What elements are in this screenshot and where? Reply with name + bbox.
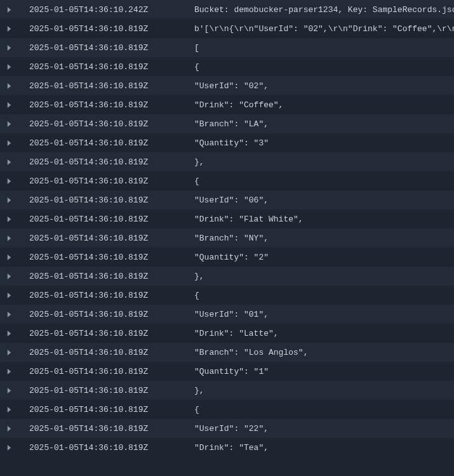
log-row[interactable]: 2025-01-05T14:36:10.819Z"Drink": "Coffee…: [0, 95, 454, 114]
log-message: "Branch": "NY",: [194, 234, 269, 243]
log-timestamp: 2025-01-05T14:36:10.242Z: [29, 5, 194, 15]
log-row[interactable]: 2025-01-05T14:36:10.819Z"UserId": "01",: [0, 305, 454, 324]
log-message: {: [194, 176, 199, 186]
log-row[interactable]: 2025-01-05T14:36:10.819Z"Drink": "Latte"…: [0, 324, 454, 343]
log-row[interactable]: 2025-01-05T14:36:10.819Z"Quantity": "1": [0, 362, 454, 381]
log-message: "Quantity": "3": [194, 138, 269, 148]
log-message: },: [194, 386, 204, 395]
chevron-right-icon[interactable]: [4, 62, 14, 72]
log-row[interactable]: 2025-01-05T14:36:10.819Z},: [0, 267, 454, 286]
log-message: "UserId": "22",: [194, 424, 269, 433]
chevron-right-icon[interactable]: [4, 43, 14, 53]
chevron-right-icon[interactable]: [4, 157, 14, 167]
chevron-right-icon[interactable]: [4, 271, 14, 281]
log-message: "Branch": "LA",: [194, 119, 269, 129]
chevron-right-icon[interactable]: [4, 100, 14, 110]
log-timestamp: 2025-01-05T14:36:10.819Z: [29, 367, 194, 376]
chevron-right-icon[interactable]: [4, 309, 14, 319]
log-timestamp: 2025-01-05T14:36:10.819Z: [29, 176, 194, 186]
log-message: b'[\r\n{\r\n"UserId": "02",\r\n"Drink": …: [194, 24, 454, 34]
log-message: "Branch": "Los Anglos",: [194, 348, 308, 357]
chevron-right-icon[interactable]: [4, 328, 14, 338]
chevron-right-icon[interactable]: [4, 423, 14, 433]
chevron-right-icon[interactable]: [4, 81, 14, 91]
log-timestamp: 2025-01-05T14:36:10.819Z: [29, 215, 194, 224]
log-timestamp: 2025-01-05T14:36:10.819Z: [29, 443, 194, 453]
chevron-right-icon[interactable]: [4, 404, 14, 414]
log-message: [: [194, 43, 199, 53]
log-row[interactable]: 2025-01-05T14:36:10.819Z},: [0, 152, 454, 171]
log-message: "UserId": "06",: [194, 195, 269, 205]
log-message: {: [194, 62, 199, 72]
chevron-right-icon[interactable]: [4, 290, 14, 300]
log-row[interactable]: 2025-01-05T14:36:10.819Z{: [0, 286, 454, 305]
log-container: 2025-01-05T14:36:10.242ZBucket: demobuck…: [0, 0, 454, 457]
log-timestamp: 2025-01-05T14:36:10.819Z: [29, 43, 194, 53]
log-message: "Drink": "Coffee",: [194, 100, 283, 110]
log-message: "Quantity": "2": [194, 253, 269, 262]
log-timestamp: 2025-01-05T14:36:10.819Z: [29, 62, 194, 72]
log-timestamp: 2025-01-05T14:36:10.819Z: [29, 291, 194, 300]
log-message: },: [194, 157, 204, 167]
log-row[interactable]: 2025-01-05T14:36:10.819Z"Drink": "Tea",: [0, 438, 454, 457]
log-row[interactable]: 2025-01-05T14:36:10.819Z[: [0, 38, 454, 57]
chevron-right-icon[interactable]: [4, 366, 14, 376]
chevron-right-icon[interactable]: [4, 176, 14, 186]
chevron-right-icon[interactable]: [4, 214, 14, 224]
log-timestamp: 2025-01-05T14:36:10.819Z: [29, 100, 194, 110]
log-timestamp: 2025-01-05T14:36:10.819Z: [29, 348, 194, 357]
log-row[interactable]: 2025-01-05T14:36:10.819Z{: [0, 400, 454, 419]
log-row[interactable]: 2025-01-05T14:36:10.819Z"UserId": "02",: [0, 76, 454, 95]
log-timestamp: 2025-01-05T14:36:10.819Z: [29, 138, 194, 148]
chevron-right-icon[interactable]: [4, 195, 14, 205]
log-timestamp: 2025-01-05T14:36:10.819Z: [29, 157, 194, 167]
log-row[interactable]: 2025-01-05T14:36:10.819Z"UserId": "22",: [0, 419, 454, 438]
log-timestamp: 2025-01-05T14:36:10.819Z: [29, 329, 194, 338]
chevron-right-icon[interactable]: [4, 385, 14, 395]
log-timestamp: 2025-01-05T14:36:10.819Z: [29, 424, 194, 433]
log-row[interactable]: 2025-01-05T14:36:10.819Z{: [0, 171, 454, 190]
log-message: "UserId": "02",: [194, 81, 269, 91]
log-message: "Drink": "Latte",: [194, 329, 279, 338]
log-timestamp: 2025-01-05T14:36:10.819Z: [29, 234, 194, 243]
chevron-right-icon[interactable]: [4, 23, 14, 34]
log-row[interactable]: 2025-01-05T14:36:10.819Z"Branch": "NY",: [0, 228, 454, 248]
log-timestamp: 2025-01-05T14:36:10.819Z: [29, 24, 194, 34]
log-timestamp: 2025-01-05T14:36:10.819Z: [29, 310, 194, 319]
log-message: "UserId": "01",: [194, 310, 269, 319]
log-timestamp: 2025-01-05T14:36:10.819Z: [29, 272, 194, 281]
chevron-right-icon[interactable]: [4, 119, 14, 129]
log-row[interactable]: 2025-01-05T14:36:10.819Z"Quantity": "2": [0, 248, 454, 267]
log-row[interactable]: 2025-01-05T14:36:10.819Z"Branch": "LA",: [0, 114, 454, 133]
log-row[interactable]: 2025-01-05T14:36:10.819Z{: [0, 57, 454, 76]
chevron-right-icon[interactable]: [4, 252, 14, 262]
log-row[interactable]: 2025-01-05T14:36:10.819Zb'[\r\n{\r\n"Use…: [0, 19, 454, 38]
log-message: "Quantity": "1": [194, 367, 269, 376]
log-message: "Drink": "Flat White",: [194, 215, 304, 224]
log-row[interactable]: 2025-01-05T14:36:10.819Z"Branch": "Los A…: [0, 343, 454, 362]
chevron-right-icon[interactable]: [4, 442, 14, 453]
log-timestamp: 2025-01-05T14:36:10.819Z: [29, 386, 194, 395]
log-message: "Drink": "Tea",: [194, 443, 269, 453]
log-row[interactable]: 2025-01-05T14:36:10.242ZBucket: demobuck…: [0, 0, 454, 19]
log-timestamp: 2025-01-05T14:36:10.819Z: [29, 195, 194, 205]
log-row[interactable]: 2025-01-05T14:36:10.819Z"UserId": "06",: [0, 190, 454, 209]
chevron-right-icon[interactable]: [4, 233, 14, 243]
log-message: {: [194, 405, 199, 414]
chevron-right-icon[interactable]: [4, 4, 14, 15]
log-message: Bucket: demobucker-parser1234, Key: Samp…: [194, 5, 454, 15]
log-message: },: [194, 272, 204, 281]
log-row[interactable]: 2025-01-05T14:36:10.819Z"Quantity": "3": [0, 133, 454, 152]
chevron-right-icon[interactable]: [4, 138, 14, 148]
log-timestamp: 2025-01-05T14:36:10.819Z: [29, 119, 194, 129]
log-message: {: [194, 291, 199, 300]
log-row[interactable]: 2025-01-05T14:36:10.819Z"Drink": "Flat W…: [0, 209, 454, 228]
chevron-right-icon[interactable]: [4, 347, 14, 357]
log-timestamp: 2025-01-05T14:36:10.819Z: [29, 81, 194, 91]
log-timestamp: 2025-01-05T14:36:10.819Z: [29, 405, 194, 414]
log-row[interactable]: 2025-01-05T14:36:10.819Z},: [0, 381, 454, 400]
log-timestamp: 2025-01-05T14:36:10.819Z: [29, 253, 194, 262]
